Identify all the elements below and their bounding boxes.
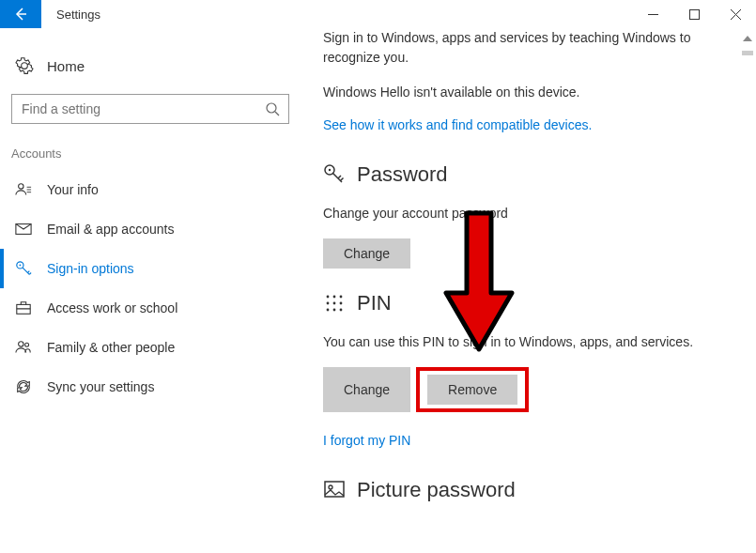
mail-icon [15, 221, 32, 238]
nav-label: Your info [47, 182, 99, 197]
minimize-icon [648, 9, 658, 20]
svg-point-14 [327, 302, 330, 305]
pin-heading: PIN [357, 291, 392, 315]
password-desc: Change your account password [323, 204, 739, 223]
content-area: Sign in to Windows, apps and services by… [301, 28, 756, 553]
home-label: Home [47, 58, 85, 74]
svg-point-18 [333, 309, 336, 312]
svg-point-11 [327, 296, 330, 299]
svg-point-15 [333, 302, 336, 305]
sidebar-item-your-info[interactable]: Your info [0, 170, 293, 209]
key-icon [15, 260, 32, 277]
category-label: Accounts [8, 137, 293, 170]
pin-heading-row: PIN [323, 291, 739, 315]
minimize-button[interactable] [632, 0, 673, 28]
svg-point-12 [333, 296, 336, 299]
maximize-icon [689, 9, 700, 20]
key-icon [323, 163, 346, 186]
briefcase-icon [15, 300, 32, 316]
pin-pad-icon [323, 292, 346, 315]
svg-point-7 [19, 342, 23, 346]
hello-text: Sign in to Windows, apps and services by… [323, 28, 739, 68]
svg-point-21 [329, 485, 332, 489]
sidebar-item-signin-options[interactable]: Sign-in options [0, 249, 293, 288]
svg-point-10 [329, 169, 331, 171]
annotation-highlight: Remove [416, 367, 529, 412]
nav-label: Family & other people [47, 340, 175, 355]
user-icon [15, 181, 32, 198]
picture-password-heading: Picture password [357, 478, 516, 502]
svg-rect-0 [689, 9, 699, 19]
svg-point-8 [25, 343, 29, 346]
forgot-pin-link[interactable]: I forgot my PIN [323, 433, 410, 448]
sidebar-item-family-people[interactable]: Family & other people [0, 328, 293, 367]
password-heading: Password [357, 162, 448, 187]
window-controls [632, 0, 756, 28]
scroll-up-icon[interactable] [741, 32, 754, 45]
gear-icon [15, 56, 34, 75]
svg-point-16 [340, 302, 343, 305]
picture-password-heading-row: Picture password [323, 478, 739, 502]
sidebar: Home Accounts Your info Email & app acco… [0, 28, 301, 553]
nav-label: Sign-in options [47, 261, 134, 276]
search-icon [265, 101, 280, 116]
svg-point-19 [340, 309, 343, 312]
change-password-button[interactable]: Change [323, 238, 410, 269]
picture-icon [323, 479, 346, 501]
svg-point-5 [20, 265, 22, 267]
pin-desc: You can use this PIN to sign in to Windo… [323, 332, 739, 352]
maximize-button[interactable] [673, 0, 715, 28]
titlebar: Settings [0, 0, 756, 28]
sync-icon [15, 378, 32, 395]
svg-point-17 [327, 309, 330, 312]
nav-label: Sync your settings [47, 379, 154, 394]
people-icon [15, 339, 32, 356]
remove-pin-button[interactable]: Remove [427, 375, 517, 405]
back-arrow-icon [13, 7, 28, 22]
close-button[interactable] [715, 0, 756, 28]
home-button[interactable]: Home [8, 45, 293, 86]
svg-point-13 [340, 296, 343, 299]
back-button[interactable] [0, 0, 41, 28]
nav-label: Access work or school [47, 300, 177, 315]
scrollbar[interactable] [741, 32, 754, 548]
search-wrap [11, 94, 289, 124]
svg-point-2 [19, 184, 23, 189]
sidebar-item-sync-settings[interactable]: Sync your settings [0, 367, 293, 407]
hello-unavailable: Windows Hello isn't available on this de… [323, 83, 739, 102]
sidebar-item-email-accounts[interactable]: Email & app accounts [0, 209, 293, 249]
app-title: Settings [56, 8, 100, 22]
close-icon [731, 9, 741, 20]
sidebar-item-work-school[interactable]: Access work or school [0, 288, 293, 328]
search-input[interactable] [11, 94, 289, 124]
svg-point-1 [267, 103, 276, 113]
scroll-thumb[interactable] [742, 51, 753, 55]
hello-link[interactable]: See how it works and find compatible dev… [323, 117, 592, 132]
change-pin-button[interactable]: Change [323, 367, 410, 412]
annotation-arrow-icon [441, 208, 517, 359]
password-heading-row: Password [323, 162, 739, 187]
nav-label: Email & app accounts [47, 222, 174, 237]
